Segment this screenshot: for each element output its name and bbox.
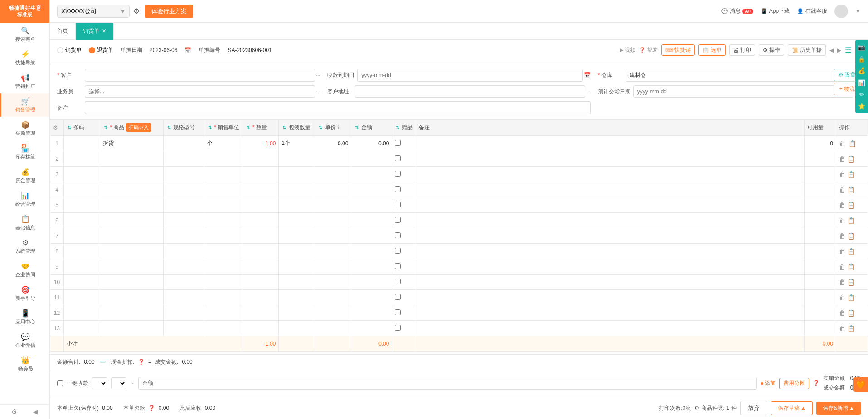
sidebar-item-beginner[interactable]: 🎯 新手引导: [0, 282, 49, 305]
right-panel-btn-6[interactable]: ⭐: [856, 101, 867, 111]
help-btn[interactable]: ❓ 帮助: [639, 46, 658, 54]
delete-row-btn[interactable]: 🗑: [839, 263, 845, 270]
delete-row-btn[interactable]: 🗑: [839, 325, 845, 332]
gift-checkbox[interactable]: [395, 171, 401, 177]
gift-checkbox[interactable]: [395, 294, 401, 300]
sidebar-item-member[interactable]: 👑 畅会员: [0, 352, 49, 376]
copy-row-btn[interactable]: 📋: [847, 217, 855, 224]
sidebar-item-search[interactable]: 🔍 搜索菜单: [0, 23, 49, 46]
row-gift[interactable]: [392, 136, 416, 151]
abandon-button[interactable]: 放弃: [740, 401, 767, 415]
expense-help-icon[interactable]: ❓: [813, 380, 820, 386]
warehouse-input[interactable]: [626, 69, 856, 82]
gift-checkbox[interactable]: [395, 279, 401, 284]
payment-date-input[interactable]: [357, 69, 582, 82]
sidebar-item-inventory[interactable]: 🏪 库存核算: [0, 140, 49, 164]
gift-checkbox[interactable]: [395, 248, 401, 254]
remark-input[interactable]: [85, 101, 591, 114]
table-container[interactable]: ⚙ ⇅ 条码 ⇅ * 商品 扫码录入: [50, 119, 868, 354]
select-btn[interactable]: 📋 选单: [698, 44, 726, 56]
delivery-date-input[interactable]: [633, 85, 853, 98]
delete-row-btn[interactable]: 🗑: [839, 248, 845, 255]
user-avatar[interactable]: [834, 5, 848, 18]
right-panel-btn-5[interactable]: ✏: [856, 89, 867, 100]
row-barcode[interactable]: [64, 136, 100, 151]
copy-row-btn[interactable]: 📋: [847, 202, 855, 209]
gift-checkbox[interactable]: [395, 325, 401, 331]
row-product[interactable]: 拆货: [100, 136, 164, 151]
address-more-icon[interactable]: ···: [586, 89, 590, 94]
sidebar-item-cooperation[interactable]: 🤝 企业协同: [0, 258, 49, 282]
shortcut-btn[interactable]: ⌨ 快捷键: [661, 44, 695, 56]
prev-icon[interactable]: ◀: [829, 47, 834, 53]
sidebar-item-finance[interactable]: 💰 资金管理: [0, 164, 49, 188]
delete-row-btn[interactable]: 🗑: [839, 186, 845, 193]
print-settings-icon[interactable]: ⚙: [694, 405, 699, 411]
copy-row-btn[interactable]: 📋: [847, 248, 855, 255]
delete-row-btn[interactable]: 🗑: [839, 217, 845, 224]
copy-row-btn[interactable]: 📋: [847, 294, 855, 301]
gift-checkbox[interactable]: [395, 155, 401, 161]
right-panel-btn-4[interactable]: 📊: [856, 77, 867, 88]
sidebar-item-basic[interactable]: 📋 基础信息: [0, 211, 49, 235]
copy-row-btn[interactable]: 📋: [847, 186, 855, 193]
header-gear-icon[interactable]: ⚙: [133, 7, 140, 15]
gift-checkbox[interactable]: [395, 140, 401, 146]
sidebar-item-wechat[interactable]: 💬 企业微信: [0, 329, 49, 352]
row-unit-price[interactable]: 0.00: [315, 136, 351, 151]
sidebar-item-purchase[interactable]: 📦 采购管理: [0, 117, 49, 140]
row-spec[interactable]: [164, 136, 204, 151]
right-panel-btn-2[interactable]: 🔒: [856, 53, 867, 64]
sidebar-collapse-btn[interactable]: ◀: [33, 408, 38, 415]
print-btn[interactable]: 🖨 打印: [729, 44, 755, 56]
delete-row-btn[interactable]: 🗑: [839, 294, 845, 301]
gift-checkbox[interactable]: [395, 309, 401, 315]
sales-radio[interactable]: 销货单: [57, 46, 82, 54]
message-btn[interactable]: 💬 消息 99+: [721, 7, 753, 15]
gift-checkbox[interactable]: [395, 217, 401, 223]
payment-method-select[interactable]: [92, 377, 107, 389]
customer-more-icon[interactable]: ···: [316, 72, 320, 78]
gift-checkbox[interactable]: [395, 202, 401, 207]
return-radio[interactable]: 退货单: [89, 46, 113, 54]
next-icon[interactable]: ▶: [837, 47, 841, 53]
trial-button[interactable]: 体验行业方案: [145, 5, 193, 18]
save-new-button[interactable]: 保存&新增 ▲: [816, 402, 861, 415]
payment-amount-input[interactable]: [138, 377, 757, 390]
payment-calendar-icon[interactable]: 📅: [584, 72, 591, 78]
copy-row-btn[interactable]: 📋: [847, 263, 855, 270]
sales-person-more-icon[interactable]: ···: [316, 89, 320, 94]
delete-row-btn[interactable]: 🗑: [839, 232, 845, 240]
discount-help-icon[interactable]: ❓: [138, 359, 145, 365]
row-remark[interactable]: [416, 136, 804, 151]
right-float-orange-btn[interactable]: 🧡: [853, 377, 868, 392]
customer-input[interactable]: [85, 69, 315, 82]
list-view-icon[interactable]: ☰: [845, 46, 851, 54]
save-draft-button[interactable]: 保存草稿 ▲: [771, 401, 813, 415]
company-selector[interactable]: XXXXXX公司 ▼: [57, 5, 130, 18]
one-click-payment-checkbox[interactable]: [57, 380, 63, 386]
sidebar-item-quick-nav[interactable]: ⚡ 快捷导航: [0, 46, 49, 70]
copy-row-btn[interactable]: 📋: [847, 171, 855, 178]
app-download-btn[interactable]: 📱 App下载: [761, 7, 790, 15]
right-panel-btn-3[interactable]: 💰: [856, 65, 867, 76]
row-quantity[interactable]: -1.00: [242, 136, 279, 151]
add-payment-btn[interactable]: ● 添加: [761, 380, 776, 387]
tab-sales-order[interactable]: 销货单 ✕: [76, 23, 114, 40]
sales-person-input[interactable]: [85, 85, 315, 98]
copy-row-btn[interactable]: 📋: [847, 279, 855, 286]
history-btn[interactable]: 📜 历史单据: [788, 44, 826, 56]
scan-button[interactable]: 扫码录入: [126, 123, 151, 132]
delete-row-btn[interactable]: 🗑: [839, 309, 845, 317]
calendar-icon[interactable]: 📅: [184, 47, 191, 53]
video-btn[interactable]: ▶ 视频: [620, 46, 635, 54]
tab-home[interactable]: 首页: [50, 23, 76, 40]
gift-checkbox[interactable]: [395, 232, 401, 238]
delete-row-btn[interactable]: 🗑: [839, 279, 845, 286]
operation-btn[interactable]: ⚙ 操作: [759, 44, 784, 56]
copy-row-btn[interactable]: 📋: [847, 325, 855, 332]
online-support-btn[interactable]: 👤 在线客服: [797, 7, 827, 15]
payment-account-select[interactable]: [111, 377, 126, 389]
gift-checkbox[interactable]: [395, 186, 401, 192]
copy-row-btn[interactable]: 📋: [847, 309, 855, 317]
